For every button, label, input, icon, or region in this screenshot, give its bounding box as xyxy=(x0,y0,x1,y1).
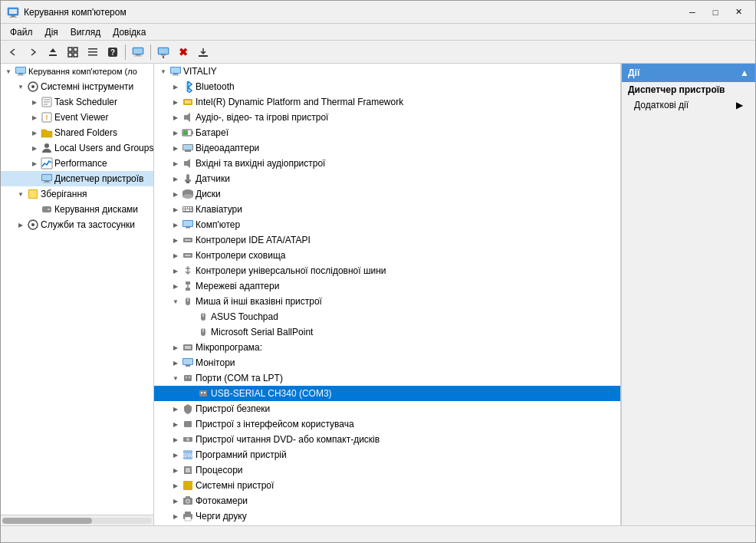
dev-system-devices[interactable]: ▶ Системні пристрої xyxy=(154,478,620,493)
menu-action[interactable]: Дія xyxy=(39,25,64,39)
dev-usb-ctrl[interactable]: ▶ Контролери універсальної послідовної ш… xyxy=(154,263,620,278)
action-more-actions[interactable]: Додаткові дії ▶ xyxy=(622,97,755,113)
expand-storage[interactable]: ▼ xyxy=(15,188,27,200)
tree-task-scheduler[interactable]: ▶ Task Scheduler xyxy=(1,94,153,110)
device-root[interactable]: ▼ VITALIY xyxy=(154,64,620,79)
expand-device-mgr[interactable] xyxy=(28,173,41,185)
dev-monitors[interactable]: ▶ Монітори xyxy=(154,355,620,370)
dev-keyboards[interactable]: ▶ Клавіатури xyxy=(154,202,620,217)
tree-performance[interactable]: ▶ Performance xyxy=(1,156,153,171)
export-button[interactable] xyxy=(194,43,212,61)
tree-disk-management[interactable]: Керування дисками xyxy=(1,202,153,217)
expand-bt[interactable]: ▶ xyxy=(169,81,182,93)
dev-battery[interactable]: ▶ Батареї xyxy=(154,125,620,140)
dev-ide[interactable]: ▶ Контролери IDE ATA/ATAPI xyxy=(154,232,620,248)
minimize-button[interactable]: ─ xyxy=(682,5,703,20)
action-device-manager[interactable]: Диспетчер пристроїв xyxy=(622,82,755,97)
dev-intel-thermal[interactable]: ▶ Intel(R) Dynamic Platform and Thermal … xyxy=(154,94,620,110)
dev-ports[interactable]: ▼ Порти (COM та LPT) xyxy=(154,370,620,386)
expand-shared[interactable]: ▶ xyxy=(28,127,41,139)
dev-dvd[interactable]: ▶ Пристрої читання DVD- або компакт-диск… xyxy=(154,432,620,447)
tree-root[interactable]: ▼ Керування комп'ютером (ло xyxy=(1,64,153,79)
expand-services[interactable]: ▶ xyxy=(15,219,27,231)
expand-system[interactable]: ▼ xyxy=(15,81,27,93)
expand-sensors[interactable]: ▶ xyxy=(169,173,182,185)
expand-intel[interactable]: ▶ xyxy=(169,96,182,108)
dev-usb-serial[interactable]: USB-SERIAL CH340 (COM3) xyxy=(154,386,620,401)
menu-help[interactable]: Довідка xyxy=(107,25,152,39)
dev-print[interactable]: ▶ Черги друку xyxy=(154,508,620,524)
expand-system-dev[interactable]: ▶ xyxy=(169,479,182,492)
close-button[interactable]: ✕ xyxy=(728,5,749,20)
dev-audio-io[interactable]: ▶ Вхідні та вихідні аудіопристрої xyxy=(154,156,620,171)
dev-disks[interactable]: ▶ Диски xyxy=(154,186,620,202)
expand-processors[interactable]: ▶ xyxy=(169,464,182,476)
disconnect-button[interactable]: ✖ xyxy=(174,43,192,61)
expand-video[interactable]: ▶ xyxy=(169,142,182,154)
dev-sensors[interactable]: ▶ Датчики xyxy=(154,171,620,186)
tree-device-manager[interactable]: Диспетчер пристроїв xyxy=(1,171,153,186)
dev-software[interactable]: ▶ SW Програмний пристрій xyxy=(154,447,620,462)
dev-network[interactable]: ▶ Мережеві адаптери xyxy=(154,278,620,294)
expand-ide[interactable]: ▶ xyxy=(169,234,182,246)
expand-task[interactable]: ▶ xyxy=(28,96,41,108)
expand-hid[interactable]: ▶ xyxy=(169,418,182,430)
left-scrollbar[interactable] xyxy=(1,515,153,525)
forward-button[interactable] xyxy=(24,43,42,61)
expand-network[interactable]: ▶ xyxy=(169,280,182,292)
expand-audio[interactable]: ▶ xyxy=(169,111,182,123)
tree-storage[interactable]: ▼ Зберігання xyxy=(1,186,153,202)
computer-button[interactable] xyxy=(129,43,147,61)
dev-ballpoint[interactable]: Microsoft Serial BallPoint xyxy=(154,324,620,340)
expand-cameras[interactable]: ▶ xyxy=(169,495,182,507)
tree-system-tools[interactable]: ▼ Системні інструменти xyxy=(1,79,153,94)
dev-firmware[interactable]: ▶ Мікропрограма: xyxy=(154,340,620,355)
maximize-button[interactable]: □ xyxy=(705,5,726,20)
expand-ports[interactable]: ▼ xyxy=(169,372,182,384)
expand-audio-io[interactable]: ▶ xyxy=(169,157,182,169)
back-button[interactable] xyxy=(4,43,22,61)
expand-storage-ctrl[interactable]: ▶ xyxy=(169,249,182,262)
dev-hid[interactable]: ▶ Пристрої з інтерфейсом користувача xyxy=(154,416,620,432)
expand-dvd[interactable]: ▶ xyxy=(169,433,182,446)
dev-security[interactable]: ▶ Пристрої безпеки xyxy=(154,401,620,416)
dev-asus-touchpad[interactable]: ASUS Touchpad xyxy=(154,309,620,324)
up-button[interactable] xyxy=(44,43,62,61)
expand-event[interactable]: ▶ xyxy=(28,111,41,123)
expand-firmware[interactable]: ▶ xyxy=(169,341,182,354)
connect-button[interactable] xyxy=(154,43,173,61)
dev-storage-ctrl[interactable]: ▶ Контролери сховища xyxy=(154,248,620,263)
dev-bluetooth[interactable]: ▶ Bluetooth xyxy=(154,79,620,94)
tree-event-viewer[interactable]: ▶ ! Event Viewer xyxy=(1,110,153,125)
menu-file[interactable]: Файл xyxy=(4,25,39,39)
dev-computer[interactable]: ▶ Комп'ютер xyxy=(154,217,620,232)
expand-computer[interactable]: ▶ xyxy=(169,219,182,231)
expand-security[interactable]: ▶ xyxy=(169,403,182,415)
tree-local-users[interactable]: ▶ Local Users and Groups xyxy=(1,140,153,156)
expand-mouse[interactable]: ▼ xyxy=(169,295,182,308)
dev-mouse[interactable]: ▼ Миша й інші вказівні пристрої xyxy=(154,294,620,309)
expand-root[interactable]: ▼ xyxy=(2,65,15,77)
actions-collapse-icon[interactable]: ▲ xyxy=(740,67,749,78)
dev-processors[interactable]: ▶ Процесори xyxy=(154,462,620,478)
scrollbar-thumb[interactable] xyxy=(2,518,92,524)
expand-performance[interactable]: ▶ xyxy=(28,157,41,169)
expand-local-users[interactable]: ▶ xyxy=(28,142,41,154)
expand-keyboards[interactable]: ▶ xyxy=(169,203,182,216)
expand-disk[interactable] xyxy=(28,203,41,216)
expand-monitors[interactable]: ▶ xyxy=(169,357,182,369)
dev-video[interactable]: ▶ Відеоадаптери xyxy=(154,140,620,156)
expand-software[interactable]: ▶ xyxy=(169,449,182,461)
expand-print[interactable]: ▶ xyxy=(169,510,182,522)
expand-battery[interactable]: ▶ xyxy=(169,127,182,139)
menu-view[interactable]: Вигляд xyxy=(64,25,107,39)
help-button[interactable]: ? xyxy=(104,43,122,61)
dev-audio[interactable]: ▶ Аудіо-, відео- та ігрові пристрої xyxy=(154,110,620,125)
properties-button[interactable] xyxy=(84,43,102,61)
show-hide-button[interactable] xyxy=(64,43,82,61)
dev-cameras[interactable]: ▶ Фотокамери xyxy=(154,493,620,508)
expand-disks[interactable]: ▶ xyxy=(169,188,182,200)
expand-usb-ctrl[interactable]: ▶ xyxy=(169,265,182,277)
tree-shared-folders[interactable]: ▶ Shared Folders xyxy=(1,125,153,140)
tree-services[interactable]: ▶ Служби та застосунки xyxy=(1,217,153,232)
